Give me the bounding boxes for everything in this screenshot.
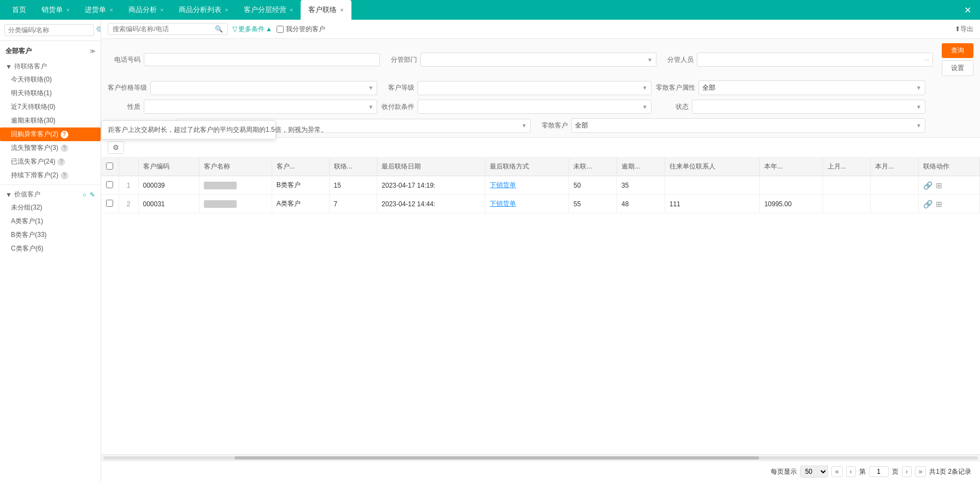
table-settings-button[interactable]: ⚙ — [108, 141, 124, 154]
nav-close-product-analysis[interactable]: × — [160, 7, 163, 13]
my-customers-checkbox[interactable] — [277, 26, 284, 33]
sidebar-group-waiting[interactable]: ▼ 待联络客户 — [0, 59, 101, 73]
price-level-select[interactable]: ▼ — [150, 81, 377, 95]
retail-customer-caret-icon: ▼ — [916, 123, 922, 129]
payment-select[interactable]: ▼ — [418, 100, 651, 114]
col-header-action: 联络动作 — [919, 158, 980, 176]
row2-this-year: 10995.00 — [760, 195, 823, 213]
nav-close-product-analysis-list[interactable]: × — [225, 7, 228, 13]
sidebar-all-customers[interactable]: 全部客户 ≫ — [0, 43, 101, 59]
retail-customer-select[interactable]: 全部 ▼ — [571, 118, 925, 133]
col-header-last-date: 最后联络日期 — [377, 158, 485, 176]
sidebar-item-declining[interactable]: 持续下滑客户(2) ? — [0, 169, 101, 182]
per-page-select[interactable]: 50 20 100 — [800, 466, 828, 478]
row1-checkbox[interactable] — [106, 181, 113, 188]
row2-checkbox[interactable] — [106, 200, 113, 207]
sidebar-item-overdue-waiting[interactable]: 逾期未联络(30) — [0, 114, 101, 127]
sidebar-item-tomorrow-waiting[interactable]: 明天待联络(1) — [0, 86, 101, 100]
customer-level-select[interactable]: ▼ — [418, 81, 651, 95]
last-page-button[interactable]: » — [915, 466, 926, 477]
row1-last-month — [823, 176, 871, 195]
horizontal-scrollbar[interactable] — [101, 454, 980, 461]
table-row: 2 000031 A类客户 7 — [101, 195, 980, 213]
nav-close-sales-order[interactable]: × — [66, 7, 69, 13]
col-header-name: 客户名称 — [199, 158, 272, 176]
sidebar-search-icon[interactable]: 🔍 — [96, 26, 101, 34]
sidebar-group-value[interactable]: ▼ 价值客户 ○ ✎ — [0, 187, 101, 201]
sidebar-item-class-a[interactable]: A类客户(1) — [0, 214, 101, 228]
row2-actions: 🔗 ⊞ — [919, 195, 980, 213]
nav-close-purchase-order[interactable]: × — [109, 7, 113, 13]
declining-info-icon[interactable]: ? — [61, 172, 68, 179]
nav-close-customer-tier[interactable]: × — [290, 7, 293, 13]
sidebar-item-class-b[interactable]: B类客户(33) — [0, 228, 101, 242]
row2-grid-icon[interactable]: ⊞ — [936, 200, 942, 208]
col-header-last-month: 上月... — [823, 158, 871, 176]
sidebar: 🔍 全部客户 ≫ ▼ 待联络客户 今天待联络(0) 明天待联络(1) 近7天待联… — [0, 20, 101, 482]
retail-attr-select[interactable]: 全部 ▼ — [699, 80, 925, 95]
filter-bar: 🔍 ▽ 更多条件 ▲ 我分管的客户 ⬆ 导出 — [101, 20, 980, 39]
sidebar-search-input[interactable] — [4, 24, 94, 36]
status-select[interactable]: ▼ — [692, 100, 925, 114]
sidebar-item-today-waiting[interactable]: 今天待联络(0) — [0, 73, 101, 86]
filter-cell-dept: 分管部门 ▼ — [384, 53, 656, 67]
sidebar-item-7day-waiting[interactable]: 近7天待联络(0) — [0, 100, 101, 114]
row1-this-month — [871, 176, 919, 195]
value-group-circle-icon[interactable]: ○ — [83, 191, 86, 199]
gender-select[interactable]: ▼ — [144, 100, 377, 114]
first-page-button[interactable]: « — [831, 466, 843, 477]
nav-sales-order[interactable]: 销货单 × — [34, 0, 77, 20]
sidebar-item-ungrouped[interactable]: 未分组(32) — [0, 201, 101, 214]
settings-button[interactable]: 设置 — [942, 60, 973, 76]
row2-name-blur — [204, 200, 237, 208]
more-conditions-button[interactable]: ▽ 更多条件 ▲ — [232, 25, 272, 34]
filter-cell-payment: 收付款条件 ▼ — [382, 100, 651, 114]
search-input[interactable] — [113, 25, 208, 33]
sidebar-item-class-c[interactable]: C类客户(6) — [0, 242, 101, 255]
phone-input[interactable] — [144, 53, 380, 66]
dept-caret-icon: ▼ — [647, 57, 653, 63]
select-all-checkbox[interactable] — [106, 162, 113, 170]
row1-grid-icon[interactable]: ⊞ — [936, 181, 942, 190]
churn-warning-info-icon[interactable]: ? — [61, 144, 68, 152]
nav-close-customer-contact[interactable]: × — [340, 7, 343, 13]
row2-overdue: 48 — [617, 195, 665, 213]
row2-name — [199, 195, 272, 213]
nav-customer-tier[interactable]: 客户分层经营 × — [236, 0, 301, 20]
scrollbar-track — [103, 456, 978, 460]
sidebar-item-churned[interactable]: 已流失客户(24) ? — [0, 155, 101, 169]
nav-purchase-order[interactable]: 进货单 × — [77, 0, 120, 20]
query-button[interactable]: 查询 — [942, 43, 973, 58]
nav-product-analysis[interactable]: 商品分析 × — [121, 0, 171, 20]
sidebar-divider — [0, 184, 101, 185]
nav-product-analysis-list[interactable]: 商品分析列表 × — [171, 0, 236, 20]
sidebar-collapse-icon[interactable]: ≫ — [90, 48, 95, 54]
sidebar-item-repurchase-abnormal[interactable]: 回购异常客户(2) ? — [0, 127, 101, 141]
page-suffix-label: 页 — [892, 467, 899, 477]
manager-select[interactable]: ··· — [697, 53, 933, 67]
next-page-button[interactable]: › — [902, 466, 912, 477]
dept-select[interactable]: ▼ — [420, 53, 656, 67]
prev-page-button[interactable]: ‹ — [846, 466, 856, 477]
scrollbar-thumb[interactable] — [234, 456, 759, 460]
churned-info-icon[interactable]: ? — [57, 158, 65, 166]
search-icon[interactable]: 🔍 — [215, 25, 223, 33]
page-number-input[interactable] — [869, 466, 889, 477]
row2-company-contact: 111 — [665, 195, 760, 213]
close-all-tabs-button[interactable]: ✕ — [960, 5, 976, 15]
nav-home[interactable]: 首页 — [4, 0, 34, 20]
export-button[interactable]: ⬆ 导出 — [955, 25, 973, 34]
row2-last-method-link[interactable]: 下销货单 — [490, 200, 516, 207]
nav-customer-contact[interactable]: 客户联络 × — [301, 0, 351, 20]
row1-last-method-link[interactable]: 下销货单 — [490, 181, 516, 189]
row1-link-icon[interactable]: 🔗 — [923, 181, 932, 190]
per-page-label: 每页显示 — [771, 467, 797, 477]
col-header-contact: 联络... — [329, 158, 377, 176]
main-layout: 🔍 全部客户 ≫ ▼ 待联络客户 今天待联络(0) 明天待联络(1) 近7天待联… — [0, 20, 980, 482]
col-header-company-contact: 往来单位联系人 — [665, 158, 760, 176]
sidebar-item-churn-warning[interactable]: 流失预警客户(3) ? — [0, 141, 101, 155]
row2-link-icon[interactable]: 🔗 — [923, 200, 932, 208]
row1-check — [101, 176, 119, 195]
repurchase-info-icon[interactable]: ? — [61, 131, 68, 138]
value-group-edit-icon[interactable]: ✎ — [90, 191, 95, 199]
